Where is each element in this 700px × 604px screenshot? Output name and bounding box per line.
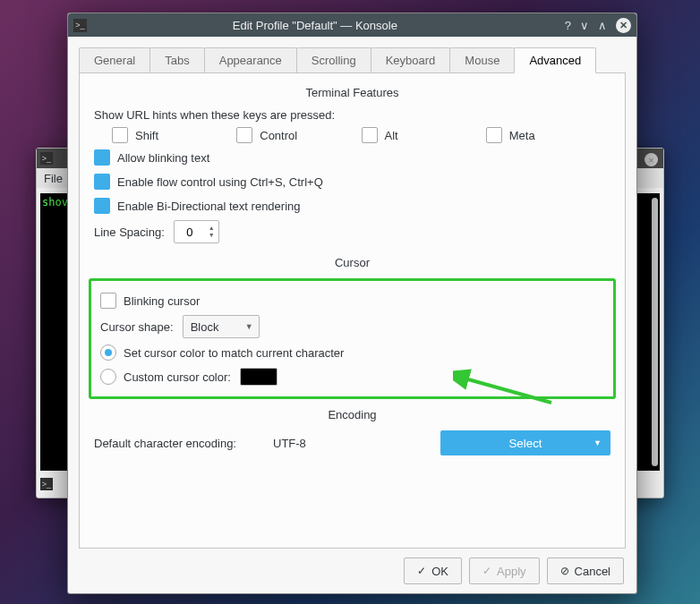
tab-tabs[interactable]: Tabs <box>149 47 204 72</box>
edit-profile-dialog: >_ Edit Profile "Default" — Konsole ? ∨ … <box>67 13 637 594</box>
prompt-icon: >_ <box>40 478 53 490</box>
bg-scrollbar[interactable] <box>652 198 658 466</box>
select-encoding-button[interactable]: Select ▼ <box>440 430 610 455</box>
chevron-down-icon[interactable]: ▼ <box>209 232 215 239</box>
alt-label: Alt <box>385 129 398 142</box>
custom-color-label: Custom cursor color: <box>124 370 231 384</box>
cancel-label: Cancel <box>575 565 610 578</box>
cancel-icon: ⊘ <box>560 565 569 577</box>
prompt-icon: >_ <box>40 152 53 165</box>
ok-button[interactable]: ✓OK <box>404 557 462 584</box>
cursor-heading: Cursor <box>94 256 610 269</box>
chevron-up-icon[interactable]: ▲ <box>209 225 215 232</box>
dialog-button-row: ✓OK ✓Apply ⊘Cancel <box>79 549 626 586</box>
blinking-cursor-label: Blinking cursor <box>124 294 200 308</box>
bidi-checkbox[interactable] <box>94 198 110 214</box>
cursor-settings-highlight: Blinking cursor Cursor shape: Block ▼ Se… <box>89 278 616 399</box>
encoding-value: UTF-8 <box>273 437 363 450</box>
close-button[interactable]: ✕ <box>616 18 631 33</box>
line-spacing-input[interactable] <box>175 225 205 240</box>
minimize-button[interactable]: ∨ <box>580 19 589 32</box>
tab-appearance[interactable]: Appearance <box>204 47 297 72</box>
shift-label: Shift <box>135 129 158 142</box>
cursor-shape-value: Block <box>191 320 219 334</box>
check-icon: ✓ <box>482 565 491 577</box>
alt-checkbox[interactable] <box>362 127 378 143</box>
ok-label: OK <box>431 565 448 578</box>
help-button[interactable]: ? <box>565 19 571 32</box>
terminal-features-heading: Terminal Features <box>94 86 610 99</box>
tab-panel-advanced: Terminal Features Show URL hints when th… <box>79 73 626 549</box>
flow-control-checkbox[interactable] <box>94 174 110 190</box>
allow-blinking-label: Allow blinking text <box>117 151 209 165</box>
tab-advanced[interactable]: Advanced <box>514 47 596 73</box>
tab-bar: General Tabs Appearance Scrolling Keyboa… <box>79 47 626 73</box>
select-button-label: Select <box>508 437 542 450</box>
encoding-label: Default character encoding: <box>94 437 273 450</box>
line-spacing-label: Line Spacing: <box>94 225 165 239</box>
shift-checkbox[interactable] <box>112 127 128 143</box>
custom-color-swatch[interactable] <box>240 368 277 386</box>
match-color-label: Set cursor color to match current charac… <box>124 346 344 360</box>
terminal-prompt-text: shov <box>42 196 68 208</box>
chevron-down-icon: ▼ <box>593 438 602 447</box>
bidi-label: Enable Bi-Directional text rendering <box>117 200 301 213</box>
apply-button[interactable]: ✓Apply <box>469 557 540 584</box>
menu-file[interactable]: File <box>44 172 63 185</box>
match-color-radio[interactable] <box>100 345 116 361</box>
cursor-shape-label: Cursor shape: <box>100 320 174 334</box>
chevron-down-icon: ▼ <box>245 322 253 331</box>
tab-keyboard[interactable]: Keyboard <box>371 47 451 72</box>
allow-blinking-checkbox[interactable] <box>94 149 110 166</box>
blinking-cursor-checkbox[interactable] <box>100 293 116 309</box>
titlebar[interactable]: >_ Edit Profile "Default" — Konsole ? ∨ … <box>68 13 636 37</box>
tab-mouse[interactable]: Mouse <box>449 47 515 72</box>
tab-general[interactable]: General <box>79 47 150 72</box>
check-icon: ✓ <box>417 565 426 577</box>
flow-control-label: Enable flow control using Ctrl+S, Ctrl+Q <box>117 175 323 189</box>
control-label: Control <box>260 129 297 142</box>
maximize-button[interactable]: ∧ <box>598 19 607 32</box>
bg-close-icon[interactable]: × <box>645 153 658 166</box>
cancel-button[interactable]: ⊘Cancel <box>547 557 624 584</box>
custom-color-radio[interactable] <box>100 369 116 385</box>
apply-label: Apply <box>497 565 526 578</box>
tab-scrolling[interactable]: Scrolling <box>296 47 371 72</box>
meta-label: Meta <box>509 129 535 142</box>
line-spacing-stepper[interactable]: ▲▼ <box>174 220 219 243</box>
encoding-heading: Encoding <box>94 408 610 421</box>
cursor-shape-select[interactable]: Block ▼ <box>183 315 260 338</box>
meta-checkbox[interactable] <box>486 127 502 143</box>
url-hints-label: Show URL hints when these keys are press… <box>94 108 610 122</box>
control-checkbox[interactable] <box>236 127 252 143</box>
window-title: Edit Profile "Default" — Konsole <box>65 19 565 32</box>
